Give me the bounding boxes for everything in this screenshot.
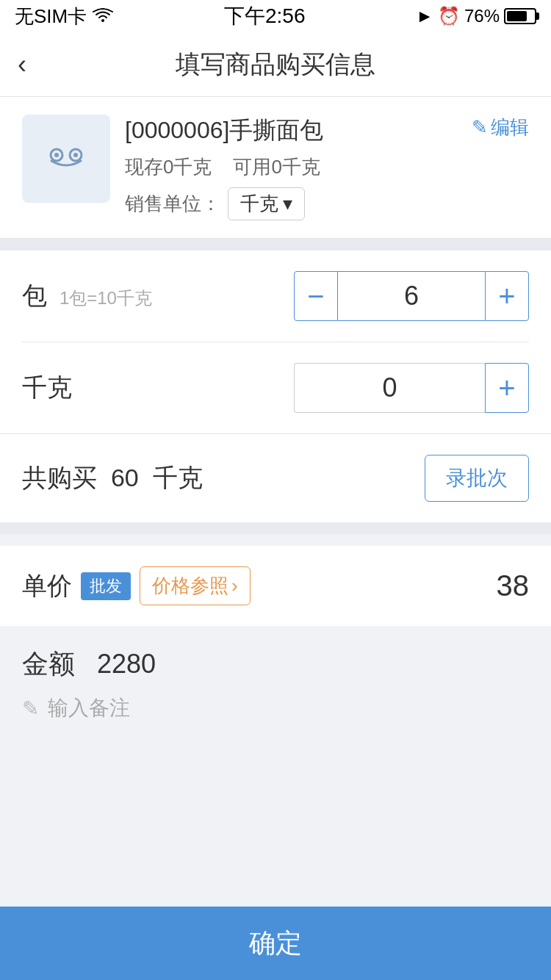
total-row: 共购买 60 千克 录批次	[0, 433, 551, 522]
status-bar: 无SIM卡 下午2:56 ► ⏰ 76%	[0, 0, 551, 32]
stock-current: 现存0千克	[125, 156, 212, 178]
confirm-button-label: 确定	[249, 926, 302, 962]
price-ref-arrow-icon: ›	[231, 574, 238, 597]
kg-label: 千克	[22, 371, 72, 405]
product-unit: 销售单位： 千克 ▾	[125, 187, 529, 220]
kg-quantity-row: 千克 +	[22, 342, 529, 433]
amount-section: 金额 2280 ✎ 输入备注	[0, 626, 551, 743]
bag-decrement-button[interactable]: −	[294, 271, 338, 321]
svg-point-4	[73, 153, 78, 157]
stock-available: 可用0千克	[233, 156, 320, 178]
unit-selector[interactable]: 千克 ▾	[228, 187, 305, 220]
svg-point-3	[54, 153, 59, 157]
edit-label: 编辑	[491, 115, 529, 140]
product-card: [0000006]手撕面包 ✎ 编辑 现存0千克 可用0千克 销售单位： 千克 …	[0, 97, 551, 239]
total-prefix: 共购买	[22, 464, 97, 491]
kg-quantity-control: +	[294, 363, 529, 413]
battery-percent: 76%	[464, 6, 500, 26]
price-value: 38	[497, 569, 530, 602]
wifi-icon	[93, 5, 113, 28]
kg-increment-button[interactable]: +	[485, 363, 529, 413]
amount-value: 2280	[97, 649, 156, 679]
bottom-space	[0, 743, 551, 890]
back-button[interactable]: ‹	[18, 49, 26, 80]
unit-label: 销售单位：	[125, 191, 220, 217]
total-unit: 千克	[153, 464, 203, 491]
total-text: 共购买 60 千克	[22, 461, 203, 495]
amount-label: 金额	[22, 649, 75, 679]
section-divider-1	[0, 239, 551, 251]
price-ref-label: 价格参照	[152, 573, 228, 599]
alarm-icon: ⏰	[438, 6, 460, 26]
bag-label: 包	[22, 281, 47, 309]
confirm-bar[interactable]: 确定	[0, 907, 551, 980]
product-info: [0000006]手撕面包 ✎ 编辑 现存0千克 可用0千克 销售单位： 千克 …	[125, 115, 529, 220]
remark-placeholder: 输入备注	[48, 694, 130, 722]
page-title: 填写商品购买信息	[176, 48, 375, 82]
product-stock: 现存0千克 可用0千克	[125, 154, 529, 180]
pencil-icon: ✎	[22, 696, 39, 721]
bag-label-group: 包 1包=10千克	[22, 279, 152, 313]
price-label-group: 单价 批发 价格参照 ›	[22, 566, 251, 605]
total-amount: 60	[111, 464, 139, 491]
unit-value: 千克	[240, 191, 278, 217]
price-ref-button[interactable]: 价格参照 ›	[140, 566, 251, 605]
quantity-section: 包 1包=10千克 − + 千克 +	[0, 251, 551, 433]
edit-icon: ✎	[472, 116, 488, 139]
product-thumbnail	[22, 115, 110, 203]
product-name: [0000006]手撕面包	[125, 115, 323, 147]
nav-bar: ‹ 填写商品购买信息	[0, 32, 551, 97]
edit-button[interactable]: ✎ 编辑	[472, 115, 529, 140]
bag-quantity-input[interactable]	[338, 271, 485, 321]
price-section: 单价 批发 价格参照 › 38	[0, 546, 551, 626]
battery-icon	[504, 8, 536, 24]
carrier-text: 无SIM卡	[15, 4, 87, 29]
bag-increment-button[interactable]: +	[485, 271, 529, 321]
price-badge: 批发	[81, 572, 131, 600]
remark-row[interactable]: ✎ 输入备注	[22, 694, 529, 722]
product-top: [0000006]手撕面包 ✎ 编辑	[125, 115, 529, 154]
location-icon: ►	[416, 6, 433, 26]
status-right: ► ⏰ 76%	[416, 6, 536, 26]
chevron-down-icon: ▾	[283, 192, 292, 215]
bag-quantity-control: − +	[294, 271, 529, 321]
price-label: 单价	[22, 569, 72, 603]
record-batch-button[interactable]: 录批次	[425, 455, 529, 502]
status-time: 下午2:56	[224, 2, 306, 30]
amount-row: 金额 2280	[22, 646, 529, 682]
bag-quantity-row: 包 1包=10千克 − +	[22, 251, 529, 342]
kg-quantity-input[interactable]	[294, 363, 485, 413]
status-left: 无SIM卡	[15, 4, 113, 29]
section-divider-2	[0, 522, 551, 534]
svg-point-0	[101, 19, 104, 22]
bag-sublabel: 1包=10千克	[60, 288, 152, 308]
